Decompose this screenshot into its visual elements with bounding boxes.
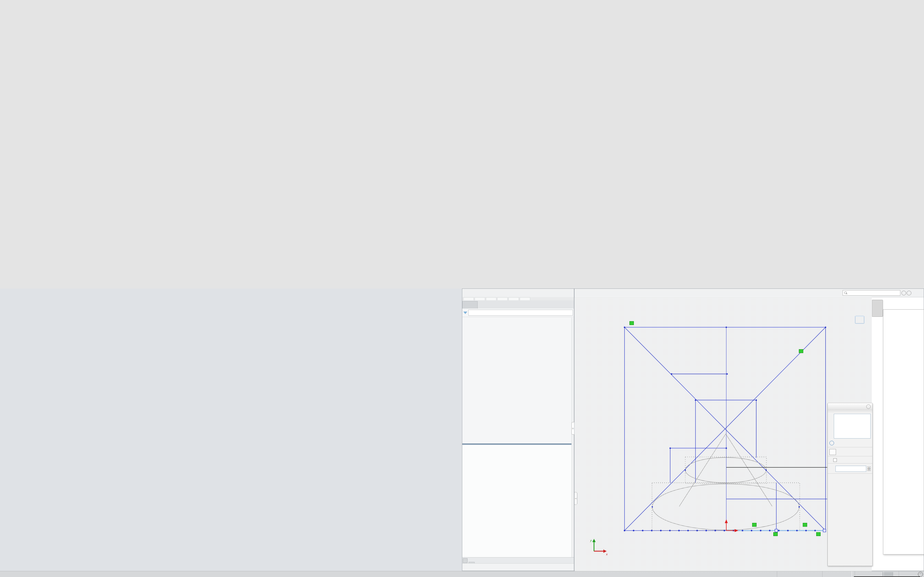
command-manager-tabs: [872, 300, 883, 317]
search-box[interactable]: [843, 290, 900, 296]
motion-toolbar: [462, 563, 574, 571]
filter-funnel-icon: [464, 311, 467, 314]
globe-icon[interactable]: ◠: [918, 572, 923, 577]
command-tab[interactable]: [872, 300, 883, 317]
user-account-icon[interactable]: [901, 291, 906, 295]
canvas-splitter-handle[interactable]: ⊙: [575, 492, 577, 505]
playback-button[interactable]: [463, 558, 467, 563]
menu-item[interactable]: [883, 311, 924, 317]
equal-relation-badge[interactable]: [803, 523, 808, 527]
tree-filter-input[interactable]: [468, 309, 573, 316]
status-bar: ◠: [0, 571, 924, 577]
status-ticks: [883, 572, 893, 576]
existing-relations-section: [828, 412, 872, 439]
parameter-input[interactable]: [835, 466, 866, 472]
equal-relation-badge[interactable]: [752, 523, 757, 527]
bottom-half: ⊙: [0, 288, 924, 577]
checkbox[interactable]: [833, 458, 837, 462]
search-input[interactable]: [847, 291, 899, 295]
parameters-section: ▲▼: [828, 463, 872, 474]
coordinate-triad: x y: [590, 539, 608, 556]
panel-splitter-handle[interactable]: ⊙: [572, 422, 574, 435]
playback-controls: [462, 558, 468, 564]
menu-item[interactable]: [467, 292, 470, 294]
feature-tree: [462, 318, 572, 329]
exit-sketch-icon[interactable]: [855, 316, 864, 324]
info-icon: [829, 441, 834, 445]
add-relation-row[interactable]: [829, 449, 871, 455]
relation-type-icon: [829, 414, 834, 438]
manager-tab-strip: [462, 300, 574, 309]
tree-root-row[interactable]: [462, 318, 572, 323]
parameter-row: ▲▼: [829, 466, 871, 472]
headsup-view-toolbar: [580, 304, 587, 313]
option-row[interactable]: [833, 458, 871, 462]
status-group: ◠: [690, 571, 924, 577]
sketch-window: x y: [574, 288, 924, 571]
additional-parameters-section: [828, 474, 872, 475]
menu-bar: [462, 289, 574, 297]
relation-badge[interactable]: [816, 532, 821, 536]
status-editing: [855, 571, 884, 577]
svg-text:x: x: [606, 553, 608, 556]
view-tool-icon[interactable]: [580, 305, 587, 313]
relation-button-icon[interactable]: [829, 449, 836, 455]
collinear-relation-badge[interactable]: [773, 532, 778, 536]
relation-badge[interactable]: [630, 321, 634, 325]
sketch-geometry: x y: [575, 297, 872, 571]
status-length: [777, 571, 822, 577]
property-manager-panel: ▲▼: [827, 403, 872, 566]
units-selector[interactable]: [899, 571, 921, 577]
options-section: [828, 456, 872, 463]
empty-panel-area: [462, 445, 572, 558]
motion-tool-icon[interactable]: [464, 564, 469, 570]
spinner-control[interactable]: ▲▼: [867, 467, 871, 471]
title-bar: [575, 289, 924, 297]
tree-filter-row: [462, 309, 574, 317]
solidworks-mirrored-desktop: ⊙: [0, 0, 924, 577]
svg-text:y: y: [590, 539, 592, 542]
tree-row[interactable]: [462, 323, 572, 329]
relations-listbox[interactable]: [834, 414, 871, 438]
help-icon[interactable]: [907, 291, 911, 295]
add-relations-section: [828, 447, 872, 456]
featuremanager-window: ⊙: [462, 288, 574, 571]
menu-items: [467, 292, 470, 294]
panel-header: [828, 403, 872, 411]
sketch-canvas[interactable]: x y: [575, 297, 872, 571]
model-tab-bar: [462, 557, 574, 564]
relation-badge[interactable]: [799, 349, 804, 353]
confirmation-corner: [853, 316, 875, 343]
panel-help-icon[interactable]: [866, 405, 871, 409]
sketch-entities-menu: [883, 309, 924, 554]
manager-tab[interactable]: [462, 301, 478, 309]
search-icon: [844, 291, 847, 295]
status-state: [822, 571, 852, 577]
panel-scrollbar[interactable]: [572, 318, 574, 558]
